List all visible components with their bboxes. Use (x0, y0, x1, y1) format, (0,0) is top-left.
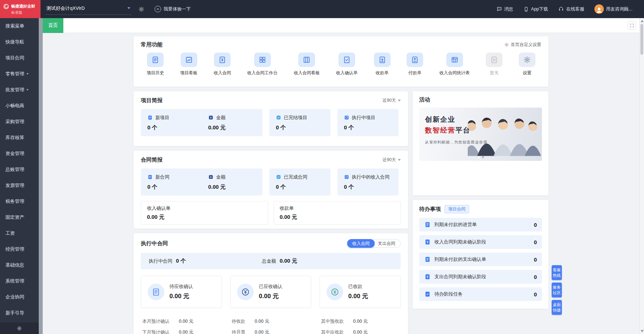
sidebar-item-label: 经营管理 (5, 246, 24, 252)
account-selector[interactable]: 测试好会计qXVlrD (46, 4, 132, 15)
func-income-contract-board[interactable]: 收入合同看板 (294, 53, 320, 76)
float-btn-label: 社区 (553, 290, 561, 296)
settings-gear-icon[interactable] (138, 6, 144, 12)
document-icon (424, 256, 431, 263)
messages-button[interactable]: 消息 (496, 6, 513, 12)
func-project-board[interactable]: 项目看板 (180, 53, 198, 76)
sidebar-item-business-mgmt[interactable]: 经营管理 (0, 241, 39, 257)
stat-value: 0.00 元 (208, 124, 262, 131)
sidebar-item-purchase-mgmt[interactable]: 采购管理 (0, 114, 39, 130)
float-btn-label: 客服 (553, 267, 561, 273)
income-confirm-box[interactable]: 收入确认单 0.00 元 (141, 201, 268, 225)
sidebar-item-general-ledger[interactable]: 总账管理 (0, 162, 39, 178)
func-payment[interactable]: 付款单 (407, 53, 423, 76)
toggle-income-contract[interactable]: 收入合同 (347, 239, 375, 248)
detail-col-forecast: 本月预计确认0.00 元 下月预计确认0.00 元 (141, 314, 222, 334)
stat-label: 执行中的收入合同 (352, 174, 390, 180)
sync-icon (344, 115, 349, 120)
sidebar-item-inventory-accounting[interactable]: 库存核算 (0, 130, 39, 146)
func-income-contract-workbench[interactable]: 收入合同工作台 (247, 53, 278, 76)
fullscreen-toggle-button[interactable] (628, 21, 636, 30)
todo-overdue-expense-confirm[interactable]: 到期未付款的支出确认单 0 (419, 252, 542, 266)
app-download-button[interactable]: App下载 (523, 6, 548, 12)
sidebar-nav: 搜索菜单 快捷导航 项目合同 零售管理 批发管理 小畅电商 采购管理 库存核算 … (0, 18, 39, 334)
func-project-history[interactable]: 项目历史 (147, 53, 164, 76)
todo-expense-contract-unconfirmed[interactable]: 支出合同到期未确认阶段 0 (419, 270, 542, 284)
messages-label: 消息 (504, 6, 513, 12)
floating-button-stack: 客服 热线 服务 社区 桌面 快捷 (552, 265, 562, 317)
banner-line3: 从管控到赋能，为您创造商业价值 (425, 140, 488, 145)
sidebar-item-label: 采购管理 (5, 118, 24, 125)
scrollbar-thumb[interactable] (640, 24, 643, 55)
consultant-button[interactable]: 用友咨询顾... (594, 4, 632, 14)
sidebar-item-base-info[interactable]: 基础信息 (0, 257, 39, 273)
sidebar-item-project-contract[interactable]: 项目合同 (0, 50, 39, 66)
sidebar-item-invoice-mgmt[interactable]: 发票管理 (0, 178, 39, 193)
stat-label: 金额 (216, 114, 226, 121)
exec-card-label: 待应收确认 (169, 283, 193, 290)
func-income-contract[interactable]: 收入合同 (214, 53, 231, 76)
func-income-confirm[interactable]: 收入确认单 (336, 53, 358, 76)
stats-table-icon (446, 53, 463, 67)
todo-income-contract-unconfirmed[interactable]: 收入合同到期未确认阶段 0 (419, 235, 542, 249)
tab-home[interactable]: 首页 (43, 18, 63, 33)
func-label: 设置 (523, 70, 531, 76)
activity-banner[interactable]: 创新企业 数智经营平台 从管控到赋能，为您创造商业价值 (419, 108, 542, 161)
sidebar-settings-button[interactable] (0, 322, 39, 334)
float-desktop-shortcut-button[interactable]: 桌面 快捷 (552, 300, 562, 315)
func-receipt[interactable]: 收款单 (374, 53, 391, 76)
contract-brief-period-select[interactable]: 近90天 (383, 157, 401, 163)
sidebar-item-label: 资金管理 (5, 150, 24, 157)
online-service-button[interactable]: 在线客服 (558, 6, 584, 12)
todo-tag-project-contract[interactable]: 项目合同 (445, 205, 469, 213)
todo-label: 到期未付款的支出确认单 (434, 256, 486, 263)
sidebar-item-payroll[interactable]: 工资 (0, 225, 39, 241)
sidebar-item-funds-mgmt[interactable]: 资金管理 (0, 146, 39, 162)
func-settings[interactable]: 设置 (519, 53, 535, 76)
sidebar-item-fixed-assets[interactable]: 固定资产 (0, 209, 39, 225)
box-label: 收入确认单 (147, 205, 262, 212)
scroll-down-arrow[interactable] (641, 330, 644, 332)
func-label: 暂无 (490, 70, 498, 76)
float-service-community-button[interactable]: 服务 社区 (552, 283, 562, 297)
stat-new-project: 新项目 0 个 (141, 114, 202, 131)
todo-pending-stage-tasks[interactable]: 待办阶段任务 0 (419, 287, 542, 301)
sidebar-item-enterprise-collab[interactable]: 企业协同 (0, 289, 39, 305)
func-label: 项目历史 (147, 70, 164, 76)
stat-label: 新项目 (155, 114, 169, 121)
func-income-contract-stats[interactable]: 收入合同统计表 (439, 53, 470, 76)
scroll-up-arrow[interactable] (641, 20, 644, 22)
func-none: 暂无 (486, 53, 502, 76)
sidebar-scrollbar[interactable] (39, 18, 43, 334)
sidebar-item-beginner-guide[interactable]: 新手引导 (0, 305, 39, 321)
sidebar-item-quick-nav[interactable]: 快捷导航 (0, 34, 39, 50)
received-payment-card: 已收款 0.00 元 (320, 276, 401, 308)
carousel-dot[interactable] (477, 156, 480, 158)
sidebar-item-search-menu[interactable]: 搜索菜单 (0, 18, 39, 34)
yen-doc-icon (424, 239, 431, 245)
banner-line2-red: 数智经营 (425, 126, 455, 134)
sidebar-item-wholesale-mgmt[interactable]: 批发管理 (0, 82, 39, 98)
receipt-box[interactable]: 收款单 0.00 元 (274, 201, 401, 225)
stat-label: 金额 (216, 174, 226, 180)
func-label: 收入合同统计表 (439, 70, 470, 76)
tab-bar: 首页 (43, 18, 639, 33)
detail-row: 待开票0.00 元 (232, 329, 310, 334)
toggle-expense-contract[interactable]: 支出合同 (370, 239, 401, 248)
stat-new-contract: 新合同 0 个 (141, 174, 202, 191)
detail-value: 0.00 元 (179, 318, 193, 325)
main-content: 常用功能 首页自定义设置 项目历史 项目看板 (43, 33, 639, 334)
todo-count: 0 (534, 239, 537, 245)
home-customize-settings-link[interactable]: 首页自定义设置 (504, 42, 541, 48)
todo-overdue-purchase-orders[interactable]: 到期未付款的进货单 0 (419, 218, 542, 231)
sidebar-item-xiaochang-ecommerce[interactable]: 小畅电商 (0, 98, 39, 114)
carousel-dot[interactable] (482, 156, 484, 158)
sidebar-item-tax-mgmt[interactable]: 税务管理 (0, 193, 39, 209)
sidebar-item-retail-mgmt[interactable]: 零售管理 (0, 66, 39, 82)
float-service-hotline-button[interactable]: 客服 热线 (552, 265, 562, 280)
payment-up-icon (407, 53, 423, 67)
exec-card-label: 已收款 (348, 283, 368, 290)
experience-button[interactable]: 我要体验一下 (155, 6, 191, 12)
sidebar-item-system-mgmt[interactable]: 系统管理 (0, 273, 39, 289)
project-brief-period-select[interactable]: 近90天 (383, 97, 401, 104)
